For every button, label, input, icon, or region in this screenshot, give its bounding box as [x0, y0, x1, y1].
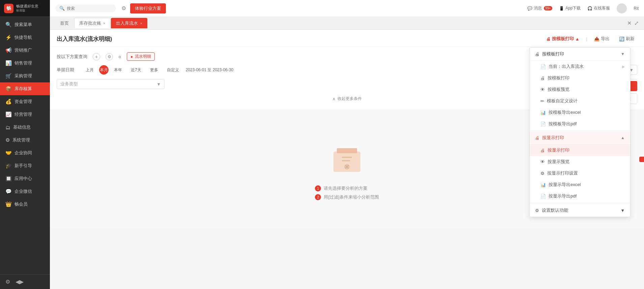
sidebar-label-search: 搜索菜单 — [14, 22, 32, 28]
sidebar-item-sales[interactable]: 📊 销售管理 — [0, 57, 50, 70]
tab-inventory-flow[interactable]: 出入库流水 × — [111, 18, 147, 28]
tab-batch-account[interactable]: 库存批次账 × — [74, 18, 110, 28]
hint-num-2: 2 — [315, 194, 321, 200]
dropdown-tc-label: 模板自定义设计 — [547, 98, 578, 104]
sidebar: 畅 畅捷通好生意 标准版 🔍 搜索菜单 ⚡ 快捷导航 📢 营销推广 📊 销售管理… — [0, 0, 50, 289]
sidebar-item-system[interactable]: ⚙ 系统管理 — [0, 134, 50, 147]
print-template-btn[interactable]: 🖨 按模板打印 ▲ — [544, 34, 582, 43]
dropdown-tep-label: 按模板导出pdf — [549, 121, 577, 127]
business-type-label: 业务类型 — [60, 81, 78, 87]
sidebar-icon-purchase: 🛒 — [5, 73, 12, 79]
sidebar-item-finance[interactable]: 💰 资金管理 — [0, 95, 50, 108]
date-btn-last-month[interactable]: 上月 — [82, 66, 97, 74]
sidebar-icon-finance: 💰 — [5, 99, 12, 105]
date-btn-more[interactable]: 更多 — [147, 66, 162, 74]
sidebar-item-basic-info[interactable]: 🗂 基础信息 — [0, 121, 50, 134]
dropdown-default-settings[interactable]: ⚙ 设置默认功能 ▼ — [530, 204, 630, 217]
window-close-btn[interactable]: ✕ — [627, 20, 632, 26]
sidebar-icon-member: 👑 — [5, 201, 12, 207]
topbar-msg[interactable]: 💬 消息 99+ — [527, 5, 552, 11]
topbar-search-box[interactable]: 🔍 — [55, 4, 116, 12]
right-edge-panel[interactable] — [639, 157, 644, 162]
dropdown-template-print-item[interactable]: 🖨 按模板打印 — [530, 72, 630, 84]
dropdown-template-preview-item[interactable]: 👁 按模板预览 — [530, 84, 630, 95]
search-input[interactable] — [67, 6, 107, 11]
topbar-gear-icon[interactable]: ⚙ — [121, 5, 126, 11]
date-btn-7days[interactable]: 近7天 — [127, 66, 145, 74]
sidebar-icon-search: 🔍 — [5, 22, 12, 28]
refresh-btn[interactable]: 🔄 刷新 — [616, 34, 637, 43]
dropdown-template-chevron: ▼ — [621, 52, 625, 56]
sidebar-item-marketing[interactable]: 📢 营销推广 — [0, 44, 50, 57]
sidebar-item-operations[interactable]: 📈 经营管理 — [0, 108, 50, 121]
collapse-more-label: 收起更多条件 — [338, 96, 362, 102]
dropdown-default-arrow: ▼ — [620, 208, 625, 213]
business-type-select[interactable]: 业务类型 ▼ — [57, 79, 165, 89]
dropdown-dpi-label: 按显示打印 — [548, 147, 569, 153]
sidebar-item-weixin[interactable]: 💬 企业微信 — [0, 185, 50, 198]
sidebar-item-enterprise[interactable]: 🤝 企业协同 — [0, 147, 50, 159]
tab-inventory-flow-close[interactable]: × — [140, 21, 142, 25]
date-btn-this-year[interactable]: 本年 — [111, 66, 125, 74]
sidebar-item-search[interactable]: 🔍 搜索菜单 — [0, 18, 50, 31]
sidebar-icon-enterprise: 🤝 — [5, 150, 12, 156]
dropdown-current-item[interactable]: 📄 当前：出入库流水 ▶ — [530, 61, 630, 72]
date-range-display: 2023-06-01 至 2023-06-30 — [186, 67, 233, 73]
sidebar-item-quick-nav[interactable]: ⚡ 快捷导航 — [0, 31, 50, 44]
dropdown-template-export-pdf-item[interactable]: 📄 按模板导出pdf — [530, 118, 630, 130]
dropdown-display-print-item[interactable]: 🖨 按显示打印 — [530, 144, 630, 156]
sidebar-icon-weixin: 💬 — [5, 188, 12, 194]
sidebar-label-guide: 新手引导 — [14, 163, 32, 169]
sidebar-item-purchase[interactable]: 🛒 采购管理 — [0, 70, 50, 82]
industry-btn[interactable]: 体验行业方案 — [130, 3, 166, 14]
window-maximize-btn[interactable]: ⤢ — [634, 20, 639, 26]
export-btn[interactable]: 📤 导出 — [591, 34, 612, 43]
sidebar-icon-marketing: 📢 — [5, 47, 12, 53]
active-filter-tag[interactable]: ● 流水明细 — [127, 52, 155, 61]
page-header: 出入库流水(流水明细) 🖨 按模板打印 ▲ | 📤 导出 🔄 刷新 — [50, 30, 644, 47]
dropdown-template-print-header[interactable]: 🖨 按模板打印 ▼ — [530, 48, 630, 61]
filter-add-btn[interactable]: + — [93, 53, 100, 60]
dropdown-display-export-excel-item[interactable]: 📊 按显示导出excel — [530, 179, 630, 190]
dropdown-display-export-pdf-item[interactable]: 📄 按显示导出pdf — [530, 190, 630, 202]
settings-bottom-icon[interactable]: ⚙ — [5, 279, 10, 285]
dropdown-display-print-header[interactable]: 🖨 按显示打印 ▲ — [530, 131, 630, 144]
tab-batch-account-close[interactable]: × — [103, 21, 105, 25]
dropdown-dee-icon: 📊 — [540, 182, 546, 187]
app-icon: 📱 — [559, 6, 564, 11]
dropdown-display-print-settings-item[interactable]: ⚙ 按显示打印设置 — [530, 167, 630, 179]
hint-text-1: 请先选择要分析的方案 — [324, 185, 368, 191]
dropdown-display-preview-item[interactable]: 👁 按显示预览 — [530, 156, 630, 167]
tab-home[interactable]: 首页 — [55, 18, 74, 28]
sidebar-label-quick-nav: 快捷导航 — [14, 34, 32, 41]
dropdown-print-icon: 🖨 — [535, 52, 539, 57]
sidebar-icon-quick-nav: ⚡ — [5, 34, 12, 41]
msg-icon: 💬 — [527, 6, 532, 11]
filter-collapse-btn[interactable]: « — [118, 54, 121, 60]
collapse-bottom-icon[interactable]: ◀▶ — [16, 279, 24, 285]
sidebar-label-sales: 销售管理 — [14, 60, 32, 66]
dropdown-template-custom-item[interactable]: ✏ 模板自定义设计 — [530, 95, 630, 107]
date-btn-custom[interactable]: 自定义 — [164, 66, 182, 74]
filter-settings-btn[interactable]: ⚙ — [106, 53, 113, 60]
msg-badge: 99+ — [544, 6, 552, 10]
topbar-right: 💬 消息 99+ 📱 App下载 🎧 在线客服 Rit — [527, 3, 639, 14]
avatar[interactable] — [617, 3, 627, 14]
sidebar-item-guide[interactable]: 🎓 新手引导 — [0, 159, 50, 172]
sidebar-icon-system: ⚙ — [5, 137, 10, 143]
sidebar-item-app-center[interactable]: 🔲 应用中心 — [0, 172, 50, 185]
dropdown-template-export-excel-item[interactable]: 📊 按模板导出excel — [530, 107, 630, 118]
svg-rect-2 — [342, 157, 352, 158]
date-btn-this-month[interactable]: 本月 — [99, 65, 109, 75]
topbar-app-download[interactable]: 📱 App下载 — [559, 5, 581, 11]
sidebar-item-member[interactable]: 👑 畅会员 — [0, 198, 50, 211]
empty-hint-1: 1 请先选择要分析的方案 — [315, 185, 379, 191]
dropdown-tee-label: 按模板导出excel — [549, 109, 581, 115]
sidebar-item-inventory[interactable]: 📦 库存核算 — [0, 82, 50, 95]
dropdown-dps-label: 按显示打印设置 — [547, 170, 578, 176]
refresh-icon: 🔄 — [619, 36, 624, 42]
dropdown-display-print-label: 按显示打印 — [542, 135, 564, 141]
topbar-service[interactable]: 🎧 在线客服 — [587, 5, 610, 11]
sidebar-icon-guide: 🎓 — [5, 163, 12, 169]
tabs-window-controls: ✕ ⤢ — [627, 20, 639, 26]
